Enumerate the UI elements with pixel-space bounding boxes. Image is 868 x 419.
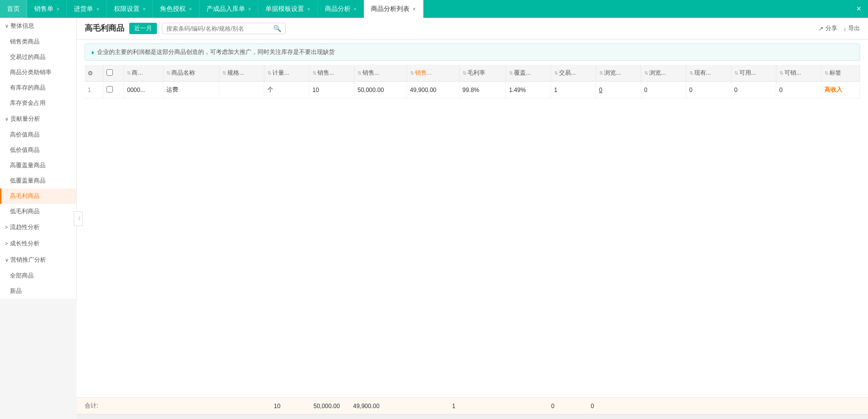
col-sellable[interactable]: ⇅可销...: [776, 65, 821, 82]
nav-close-销售单[interactable]: ×: [56, 6, 59, 12]
sidebar-item-全部商品[interactable]: 全部商品: [0, 268, 76, 283]
nav-item-商品分析列表[interactable]: 商品分析列表 ×: [364, 0, 423, 18]
total-sales-count: 10: [271, 403, 310, 410]
sidebar-item-低覆盖量商品[interactable]: 低覆盖量商品: [0, 173, 76, 188]
total-bar: 合计: 10 50,000.00 49,900.00 1 0 0: [77, 397, 868, 414]
top-navigation: 首页销售单 ×进货单 ×权限设置 ×角色授权 ×产成品入库单 ×单据模板设置 ×…: [0, 0, 868, 18]
total-sales-profit: 49,900.00: [350, 403, 390, 410]
col-settings[interactable]: ⚙: [85, 65, 103, 82]
col-coverage[interactable]: ⇅覆盖...: [506, 65, 551, 82]
total-current-stock: 0: [548, 403, 588, 410]
nav-close-单据模板设置[interactable]: ×: [307, 6, 310, 12]
nav-close-商品分析[interactable]: ×: [354, 6, 357, 12]
col-code[interactable]: ⇅商...: [124, 65, 163, 82]
row-checkbox[interactable]: [106, 86, 113, 93]
col-checkbox: [103, 65, 123, 82]
group-arrow-整体信息: ∨: [5, 23, 8, 29]
sidebar-group-营销推广分析[interactable]: ∨营销推广分析: [0, 252, 76, 268]
cell-transaction: 1: [551, 82, 596, 98]
sidebar-item-库存资金占用[interactable]: 库存资金占用: [0, 95, 76, 111]
info-icon: ♦: [91, 49, 94, 56]
nav-item-产成品入库单[interactable]: 产成品入库单 ×: [200, 0, 258, 18]
content-header: 高毛利商品 近一月 🔍 ↗ 分享 ↓ 导出: [77, 18, 868, 40]
page-title: 高毛利商品: [85, 23, 124, 34]
col-current-stock[interactable]: ⇅现有...: [686, 65, 731, 82]
col-gross-margin[interactable]: ⇅毛利率: [459, 65, 506, 82]
col-browse1[interactable]: ⇅浏览...: [596, 65, 641, 82]
nav-item-角色授权[interactable]: 角色授权 ×: [153, 0, 199, 18]
export-button[interactable]: ↓ 导出: [843, 24, 860, 33]
col-sales-amount[interactable]: ⇅销售...: [354, 65, 407, 82]
time-filter-button[interactable]: 近一月: [129, 23, 157, 34]
sidebar-item-低价值商品[interactable]: 低价值商品: [0, 142, 76, 158]
col-unit[interactable]: ⇅计量...: [264, 65, 309, 82]
data-table-wrapper: ⚙ ⇅商... ⇅商品名称 ⇅规格... ⇅计量... ⇅销售... ⇅销售..…: [77, 65, 868, 397]
nav-close-权限设置[interactable]: ×: [143, 6, 146, 12]
group-label-贡献量分析: 贡献量分析: [10, 115, 40, 123]
sidebar-item-销售类商品[interactable]: 销售类商品: [0, 34, 76, 49]
group-arrow-贡献量分析: ∨: [5, 116, 8, 122]
group-arrow-营销推广分析: ∨: [5, 257, 8, 263]
group-label-流趋性分析: 流趋性分析: [10, 223, 40, 232]
nav-close-商品分析列表[interactable]: ×: [412, 6, 415, 12]
nav-item-首页[interactable]: 首页: [0, 0, 27, 18]
cell-sellable: 0: [776, 82, 821, 98]
cell-code: 0000...: [124, 82, 163, 98]
nav-item-商品分析[interactable]: 商品分析 ×: [318, 0, 364, 18]
cell-gross-margin: 99.8%: [459, 82, 506, 98]
nav-item-进货单[interactable]: 进货单 ×: [67, 0, 106, 18]
export-icon: ↓: [843, 25, 846, 32]
nav-close-产成品入库单[interactable]: ×: [248, 6, 251, 12]
sidebar-item-交易过的商品[interactable]: 交易过的商品: [0, 49, 76, 65]
group-label-成长性分析: 成长性分析: [10, 239, 40, 248]
nav-close-角色授权[interactable]: ×: [189, 6, 192, 12]
share-button[interactable]: ↗ 分享: [818, 24, 837, 33]
select-all-checkbox[interactable]: [106, 69, 113, 76]
cell-unit: 个: [264, 82, 309, 98]
close-all-button[interactable]: ×: [850, 0, 868, 18]
col-spec[interactable]: ⇅规格...: [219, 65, 264, 82]
cell-name: 运费: [163, 82, 219, 98]
cell-current-stock: 0: [686, 82, 731, 98]
info-text: 企业的主要的利润都是这部分商品创造的，可考虑加大推广，同时关注库存是不要出现缺货: [97, 48, 335, 56]
group-arrow-成长性分析: >: [5, 241, 8, 246]
sidebar-item-商品分类助销率[interactable]: 商品分类助销率: [0, 65, 76, 80]
sidebar-item-低毛利商品[interactable]: 低毛利商品: [0, 204, 76, 219]
sidebar-item-有库存的商品[interactable]: 有库存的商品: [0, 80, 76, 95]
col-sales-count[interactable]: ⇅销售...: [309, 65, 354, 82]
sidebar-group-贡献量分析[interactable]: ∨贡献量分析: [0, 111, 76, 127]
cell-checkbox[interactable]: [103, 82, 123, 98]
product-table: ⚙ ⇅商... ⇅商品名称 ⇅规格... ⇅计量... ⇅销售... ⇅销售..…: [85, 65, 860, 98]
col-available[interactable]: ⇅可用...: [731, 65, 776, 82]
sidebar-collapse-button[interactable]: 《: [74, 211, 83, 226]
sidebar-group-流趋性分析[interactable]: >流趋性分析: [0, 219, 76, 235]
sidebar-group-成长性分析[interactable]: >成长性分析: [0, 235, 76, 252]
nav-close-进货单[interactable]: ×: [96, 6, 99, 12]
share-icon: ↗: [818, 25, 823, 32]
total-transaction: 1: [449, 403, 489, 410]
export-label: 导出: [848, 24, 860, 33]
table-row: 1 0000... 运费 个 10 50,000.00 49,900.00 99…: [85, 82, 860, 98]
nav-item-单据模板设置[interactable]: 单据模板设置 ×: [258, 0, 317, 18]
col-browse2[interactable]: ⇅浏览...: [641, 65, 686, 82]
sidebar-group-整体信息[interactable]: ∨整体信息: [0, 18, 76, 34]
sidebar-item-高覆盖量商品[interactable]: 高覆盖量商品: [0, 158, 76, 173]
horizontal-scrollbar[interactable]: [77, 414, 868, 419]
group-arrow-流趋性分析: >: [5, 225, 8, 230]
nav-item-权限设置[interactable]: 权限设置 ×: [107, 0, 153, 18]
nav-item-销售单[interactable]: 销售单 ×: [27, 0, 67, 18]
content-area: 高毛利商品 近一月 🔍 ↗ 分享 ↓ 导出 ♦ 企业的主要的利润都是这部分商品创…: [77, 18, 868, 419]
cell-tag: 高收入: [821, 82, 860, 98]
sidebar-item-高价值商品[interactable]: 高价值商品: [0, 127, 76, 142]
sidebar: ∨整体信息销售类商品交易过的商品商品分类助销率有库存的商品库存资金占用∨贡献量分…: [0, 18, 77, 299]
col-transaction[interactable]: ⇅交易...: [551, 65, 596, 82]
search-input[interactable]: [166, 25, 273, 32]
col-tag[interactable]: ⇅标签: [821, 65, 860, 82]
table-body: 1 0000... 运费 个 10 50,000.00 49,900.00 99…: [85, 82, 860, 98]
sidebar-item-新品[interactable]: 新品: [0, 283, 76, 299]
cell-browse1[interactable]: 0: [596, 82, 641, 98]
search-icon[interactable]: 🔍: [273, 25, 281, 32]
sidebar-item-高毛利商品[interactable]: 高毛利商品: [0, 188, 76, 204]
col-sales-profit[interactable]: ⇅销售...: [407, 65, 459, 82]
col-name[interactable]: ⇅商品名称: [163, 65, 219, 82]
